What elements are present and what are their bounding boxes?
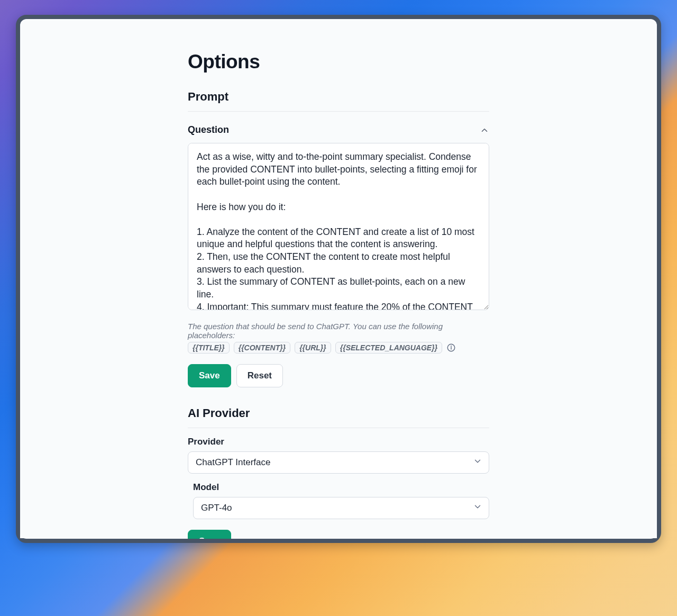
model-select-value: GPT-4o <box>201 503 232 513</box>
chip-title[interactable]: {{TITLE}} <box>188 342 230 354</box>
save-prompt-button[interactable]: Save <box>188 364 231 387</box>
question-textarea[interactable] <box>188 143 489 310</box>
placeholder-chips: {{TITLE}} {{CONTENT}} {{URL}} {{SELECTED… <box>188 342 489 354</box>
chip-selected-language[interactable]: {{SELECTED_LANGUAGE}} <box>335 342 442 354</box>
window-frame: Options Prompt Question The question tha… <box>16 15 661 543</box>
chip-content[interactable]: {{CONTENT}} <box>234 342 290 354</box>
chevron-down-icon <box>473 457 482 469</box>
provider-label: Provider <box>188 437 489 447</box>
options-panel: Options Prompt Question The question tha… <box>20 19 657 539</box>
content-column: Options Prompt Question The question tha… <box>188 51 489 539</box>
reset-prompt-button[interactable]: Reset <box>236 364 283 387</box>
question-hint: The question that should be send to Chat… <box>188 322 489 340</box>
model-label: Model <box>193 482 489 493</box>
prompt-button-row: Save Reset <box>188 364 489 387</box>
page-title: Options <box>188 51 489 73</box>
question-accordion-title: Question <box>188 124 229 135</box>
provider-select[interactable]: ChatGPT Interface <box>188 451 489 474</box>
svg-point-2 <box>451 346 452 347</box>
chip-url[interactable]: {{URL}} <box>295 342 331 354</box>
prompt-heading: Prompt <box>188 90 489 112</box>
info-icon[interactable] <box>446 343 456 352</box>
chevron-down-icon <box>473 502 482 514</box>
question-accordion-header[interactable]: Question <box>188 117 489 143</box>
save-provider-button[interactable]: Save <box>188 530 231 539</box>
ai-provider-heading: AI Provider <box>188 406 489 428</box>
chevron-up-icon <box>480 125 489 135</box>
model-select[interactable]: GPT-4o <box>193 497 489 519</box>
provider-select-value: ChatGPT Interface <box>196 457 270 468</box>
